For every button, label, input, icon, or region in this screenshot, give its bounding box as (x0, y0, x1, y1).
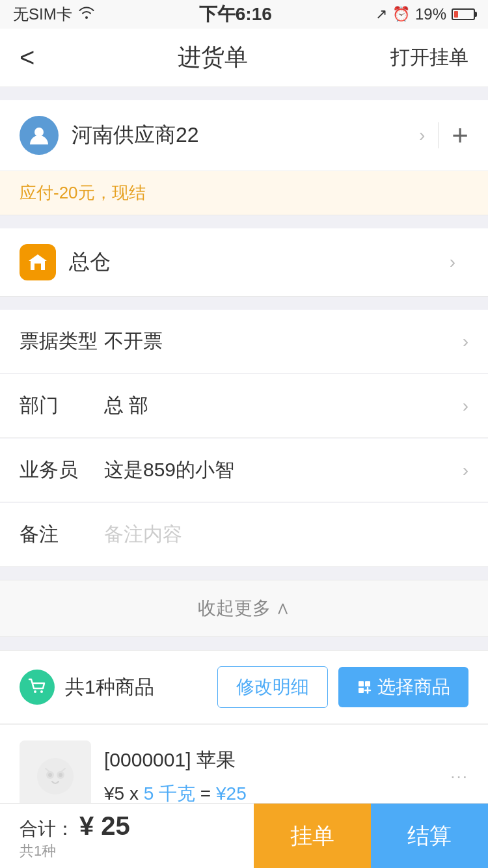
gap-7 (0, 567, 488, 580)
multiply-sign: x (129, 783, 144, 804)
total-amount: ¥ 25 (79, 811, 130, 841)
department-chevron-icon: › (463, 396, 468, 416)
house-icon (27, 252, 48, 273)
wifi-icon (77, 5, 96, 23)
total-label: 合计： (20, 817, 74, 841)
department-label: 部门 (20, 392, 98, 419)
collapse-row[interactable]: 收起更多 ∧ (0, 580, 488, 637)
product-name: [0000001] 苹果 (104, 747, 450, 774)
gap-1 (0, 87, 488, 100)
modify-detail-button[interactable]: 修改明细 (217, 666, 328, 708)
order-summary: 合计： ¥ 25 共1种 (0, 804, 254, 868)
select-product-label: 选择商品 (377, 675, 450, 699)
svg-point-3 (40, 690, 43, 693)
invoice-row[interactable]: 票据类型 不开票 › (0, 310, 488, 373)
svg-rect-1 (34, 264, 41, 270)
settle-label: 结算 (407, 821, 452, 851)
gap-8 (0, 637, 488, 650)
battery-icon (452, 8, 475, 20)
supplier-chevron-icon: › (419, 125, 425, 146)
product-code: [0000001] (104, 749, 191, 770)
vertical-divider (438, 122, 439, 148)
department-row[interactable]: 部门 总 部 › (0, 374, 488, 438)
cart-icon (27, 677, 47, 697)
invoice-label: 票据类型 (20, 328, 98, 355)
invoice-value: 不开票 (98, 328, 463, 355)
carrier-text: 无SIM卡 (13, 4, 72, 25)
hang-order-label: 挂单 (290, 821, 334, 851)
total-price: ¥25 (216, 783, 247, 804)
supplier-avatar (20, 116, 59, 155)
svg-point-7 (37, 758, 74, 794)
select-icon (357, 679, 372, 695)
svg-rect-4 (359, 681, 364, 686)
product-name-text: 苹果 (197, 749, 236, 770)
salesperson-value: 这是859的小智 (98, 457, 463, 483)
total-row: 合计： ¥ 25 (20, 811, 234, 841)
status-right: ↗ ⏰ 19% (375, 5, 475, 23)
items-count: 共1种 (20, 841, 234, 861)
salesperson-label: 业务员 (20, 457, 98, 483)
quantity: 5 (144, 783, 154, 804)
product-info: [0000001] 苹果 ¥5 x 5 千克 = ¥25 (104, 747, 450, 806)
salesperson-row[interactable]: 业务员 这是859的小智 › (0, 439, 488, 502)
status-left: 无SIM卡 (13, 4, 96, 25)
gap-3 (0, 297, 488, 310)
battery-percent: 19% (415, 5, 446, 23)
supplier-section: 河南供应商22 › + 应付-20元，现结 (0, 100, 488, 215)
add-button[interactable]: + (452, 121, 468, 150)
gps-icon: ↗ (375, 6, 387, 23)
page-title: 进货单 (178, 42, 248, 74)
remark-row[interactable]: 备注 备注内容 (0, 503, 488, 567)
equals-sign: = (200, 783, 216, 804)
svg-point-11 (59, 773, 62, 777)
unit-price: ¥5 (104, 783, 124, 804)
invoice-chevron-icon: › (463, 331, 468, 352)
svg-point-0 (34, 128, 44, 137)
svg-point-10 (48, 773, 52, 777)
select-product-button[interactable]: 选择商品 (338, 667, 468, 707)
remark-label: 备注 (20, 521, 98, 548)
warehouse-chevron-icon: › (450, 252, 455, 273)
unit: 千克 (159, 783, 195, 804)
warehouse-row[interactable]: 总仓 › (0, 228, 488, 297)
open-hang-button[interactable]: 打开挂单 (390, 44, 468, 71)
settle-button[interactable]: 结算 (371, 804, 488, 868)
product-count: 共1种商品 (65, 674, 217, 701)
bottom-bar: 合计： ¥ 25 共1种 挂单 结算 (0, 803, 488, 868)
supplier-notice: 应付-20元，现结 (0, 171, 488, 215)
status-time: 下午6:16 (199, 2, 272, 27)
svg-rect-5 (365, 681, 370, 686)
remark-input[interactable]: 备注内容 (98, 521, 468, 548)
nav-bar: < 进货单 打开挂单 (0, 29, 488, 87)
warehouse-name: 总仓 (69, 248, 450, 277)
hang-order-button[interactable]: 挂单 (254, 804, 371, 868)
product-header: 共1种商品 修改明细 选择商品 (0, 650, 488, 724)
collapse-label: 收起更多 ∧ (198, 596, 291, 621)
alarm-icon: ⏰ (392, 6, 410, 23)
department-value: 总 部 (98, 392, 463, 419)
svg-point-2 (34, 690, 36, 693)
warehouse-icon (20, 244, 56, 280)
product-price: ¥5 x 5 千克 = ¥25 (104, 781, 450, 806)
supplier-row[interactable]: 河南供应商22 › + (0, 100, 488, 171)
salesperson-chevron-icon: › (463, 460, 468, 481)
gap-2 (0, 215, 488, 228)
product-icon (20, 670, 55, 705)
product-more-button[interactable]: ··· (450, 766, 468, 787)
person-icon (27, 124, 51, 147)
svg-rect-6 (359, 688, 364, 693)
back-button[interactable]: < (20, 43, 34, 72)
supplier-name: 河南供应商22 (72, 121, 419, 150)
status-bar: 无SIM卡 下午6:16 ↗ ⏰ 19% (0, 0, 488, 29)
owl-logo-icon (36, 757, 75, 796)
product-thumbnail (20, 740, 91, 812)
